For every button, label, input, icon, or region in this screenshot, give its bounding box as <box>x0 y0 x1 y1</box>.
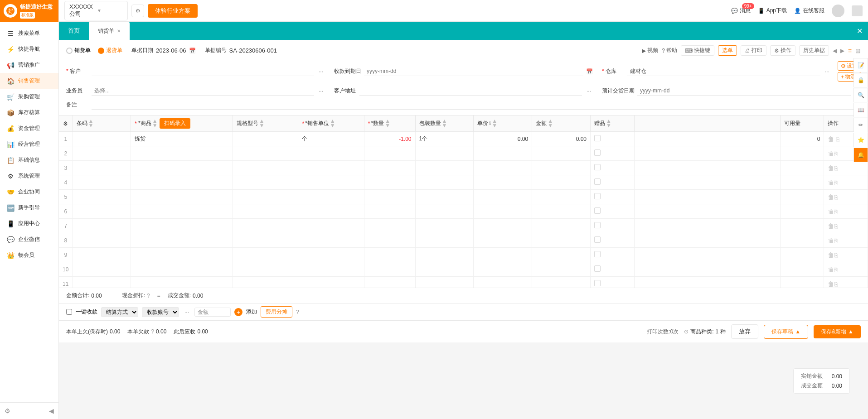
gift-checkbox-9[interactable] <box>594 251 601 257</box>
payment-calendar-icon[interactable]: 📅 <box>586 68 593 75</box>
sidebar-item-basic[interactable]: 📋 基础信息 <box>0 152 58 168</box>
gift-checkbox-8[interactable] <box>594 236 601 243</box>
account-select[interactable]: 收款账号 <box>142 307 179 317</box>
tab-sales-order[interactable]: 销货单 ✕ <box>89 22 130 40</box>
select-button[interactable]: 选单 <box>718 45 737 56</box>
gift-sort-icon[interactable]: ▲▼ <box>606 119 611 128</box>
radio-sales-order[interactable]: 销货单 <box>66 47 91 54</box>
gift-checkbox-1[interactable] <box>594 135 601 141</box>
save-draft-dropdown-icon[interactable]: ▲ <box>795 328 800 335</box>
delete-row-9-icon[interactable]: 🗑 <box>828 251 834 259</box>
expense-split-button[interactable]: 费用分摊 <box>261 306 292 318</box>
save-draft-button[interactable]: 保存草稿 ▲ <box>764 325 808 339</box>
prev-record-icon[interactable]: ◀ <box>833 48 837 54</box>
price-cell-1[interactable]: 0.00 <box>474 132 532 146</box>
pkg-sort-icon[interactable]: ▲▼ <box>442 119 447 128</box>
copy-row-10-icon[interactable]: ⎘ <box>834 266 838 273</box>
save-new-button[interactable]: 保存&新增 ▲ <box>814 325 861 338</box>
salesperson-input[interactable] <box>92 86 314 96</box>
list-view-icon[interactable]: ≡ <box>848 47 852 54</box>
gift-checkbox-5[interactable] <box>594 193 601 199</box>
delete-row-3-icon[interactable]: 🗑 <box>828 164 834 172</box>
gift-cell-1[interactable] <box>591 132 635 146</box>
sidebar-item-apps[interactable]: 📱 应用中心 <box>0 216 58 231</box>
copy-row-1-icon[interactable]: ⎘ <box>836 136 839 143</box>
sidebar-item-inventory[interactable]: 📦 库存核算 <box>0 105 58 120</box>
sidebar-item-purchase[interactable]: 🛒 采购管理 <box>0 89 58 105</box>
print-button[interactable]: 🖨 打印 <box>741 45 766 56</box>
grid-view-icon[interactable]: ⊞ <box>855 47 861 54</box>
delete-row-8-icon[interactable]: 🗑 <box>828 237 834 244</box>
gift-checkbox-11[interactable] <box>594 280 601 286</box>
warehouse-input[interactable] <box>627 67 820 76</box>
video-link[interactable]: ▶ 视频 <box>642 47 658 54</box>
right-panel-btn-5[interactable]: ✏ <box>853 118 868 132</box>
price-sort-icon[interactable]: ▲▼ <box>492 119 497 128</box>
gift-checkbox-3[interactable] <box>594 164 601 170</box>
sidebar-item-member[interactable]: 👑 畅会员 <box>0 247 58 263</box>
one-click-payment-checkbox[interactable] <box>66 309 72 315</box>
sidebar-item-collab[interactable]: 🤝 企业协同 <box>0 184 58 200</box>
customer-input[interactable] <box>92 67 314 76</box>
address-more-icon[interactable]: ··· <box>585 88 593 94</box>
header-settings-button[interactable]: ⚙ <box>131 5 144 17</box>
customer-address-input[interactable] <box>359 86 582 96</box>
warehouse-more-icon[interactable]: ··· <box>823 68 831 75</box>
delete-row-7-icon[interactable]: 🗑 <box>828 222 834 230</box>
sidebar-item-search[interactable]: ☰ 搜索菜单 <box>0 25 58 41</box>
delete-row-2-icon[interactable]: 🗑 <box>828 150 834 157</box>
right-panel-btn-3[interactable]: 🔍 <box>853 88 868 102</box>
sidebar-item-marketing[interactable]: 📢 营销推广 <box>0 57 58 73</box>
ops-button[interactable]: ⚙ 操作 <box>770 45 795 56</box>
add-payment-button[interactable]: + <box>234 308 242 316</box>
company-selector[interactable]: XXXXXX公司 ▼ <box>64 1 128 20</box>
amount-sort-icon[interactable]: ▲▼ <box>548 119 553 128</box>
spec-sort-icon[interactable]: ▲▼ <box>259 119 265 128</box>
customer-more-icon[interactable]: ··· <box>317 68 325 75</box>
tab-home[interactable]: 首页 <box>59 23 89 39</box>
delete-row-6-icon[interactable]: 🗑 <box>828 208 834 215</box>
user-avatar[interactable] <box>832 5 844 17</box>
overdue-help-icon[interactable]: ? <box>151 328 154 335</box>
shortcut-button[interactable]: ⌨ 快捷键 <box>681 45 714 56</box>
customer-service-button[interactable]: 👤 在线客服 <box>794 7 824 14</box>
gift-checkbox-10[interactable] <box>594 265 601 272</box>
close-panel-icon[interactable]: ✕ <box>857 27 863 35</box>
delete-row-1-icon[interactable]: 🗑 <box>828 135 834 143</box>
discount-info-icon[interactable]: ? <box>147 293 150 299</box>
copy-row-4-icon[interactable]: ⎘ <box>834 179 838 186</box>
copy-row-6-icon[interactable]: ⎘ <box>834 208 838 215</box>
next-record-icon[interactable]: ▶ <box>840 48 844 54</box>
payment-date-input[interactable] <box>364 67 583 76</box>
gift-checkbox-4[interactable] <box>594 178 601 185</box>
copy-row-5-icon[interactable]: ⎘ <box>834 194 838 201</box>
right-panel-btn-4[interactable]: 📖 <box>853 103 868 117</box>
history-button[interactable]: 历史单据 <box>799 45 829 56</box>
right-panel-btn-6[interactable]: ⭐ <box>853 133 868 147</box>
trial-button[interactable]: 体验行业方案 <box>148 4 198 18</box>
copy-row-2-icon[interactable]: ⎘ <box>834 150 838 157</box>
save-new-dropdown-icon[interactable]: ▲ <box>848 328 853 335</box>
settings-bottom-icon[interactable]: ⚙ <box>5 407 10 414</box>
right-panel-btn-2[interactable]: 🔒 <box>853 73 868 87</box>
date-calendar-icon[interactable]: 📅 <box>189 48 196 54</box>
unit-sort-icon[interactable]: ▲▼ <box>330 119 335 128</box>
sidebar-item-guide[interactable]: 🆕 新手引导 <box>0 200 58 216</box>
delete-row-4-icon[interactable]: 🗑 <box>828 179 834 186</box>
discard-button[interactable]: 放弃 <box>731 324 758 339</box>
sidebar-item-wechat[interactable]: 💬 企业微信 <box>0 231 58 247</box>
account-more-icon[interactable]: ··· <box>183 309 191 315</box>
gift-checkbox-6[interactable] <box>594 207 601 214</box>
gift-checkbox-2[interactable] <box>594 149 601 156</box>
sidebar-item-sales[interactable]: 🏠 销售管理 <box>0 73 58 89</box>
gift-checkbox-7[interactable] <box>594 222 601 228</box>
qty-sort-icon[interactable]: ▲▼ <box>385 119 390 128</box>
sidebar-item-finance[interactable]: 💰 资金管理 <box>0 120 58 136</box>
messages-button[interactable]: 💬 消息 99+ <box>731 7 751 14</box>
copy-row-3-icon[interactable]: ⎘ <box>834 165 838 172</box>
expense-help-icon[interactable]: ? <box>296 309 299 315</box>
price-info-icon[interactable]: ℹ <box>489 120 491 126</box>
product-count-icon[interactable]: ⊙ <box>684 328 689 335</box>
sidebar-item-system[interactable]: ⚙ 系统管理 <box>0 168 58 184</box>
amount-input[interactable] <box>194 308 231 317</box>
